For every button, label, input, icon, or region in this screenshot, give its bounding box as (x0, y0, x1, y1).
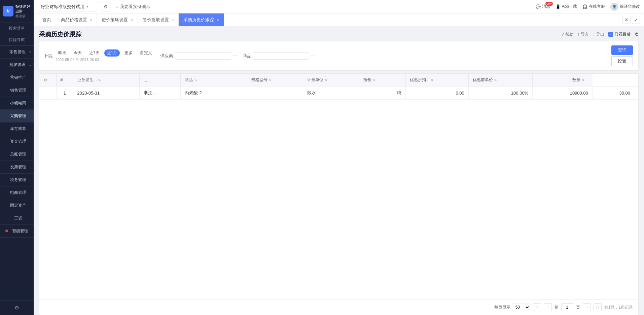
sidebar-item-purchase[interactable]: 采购管理 (0, 110, 34, 123)
demo-link[interactable]: ○ 我要看实例演示 (116, 4, 150, 10)
sidebar-item-tax[interactable]: 税务管理 (0, 174, 34, 186)
page-number-input[interactable] (561, 303, 573, 311)
col-orig-price-label: 优惠前单价 (473, 77, 493, 82)
sidebar-label-ecommerce-small: 小畅电商 (5, 100, 31, 106)
import-button[interactable]: ↑ 导入 (577, 32, 589, 37)
logo-icon: 财 (3, 6, 13, 16)
main-area: 好业财标准版交付试用 ▾ ⚙ ○ 我要看实例演示 💬 消息 99+ 📱 App下… (34, 0, 644, 315)
date-option-more[interactable]: 更多 (122, 49, 135, 57)
sidebar-item-wholesale[interactable]: 批发管理 ▴ (0, 59, 34, 71)
play-icon: ○ (116, 4, 118, 9)
cell-price: 0.00 (406, 86, 468, 100)
tab-sale-price-close[interactable]: × (172, 18, 174, 22)
tab-purchase-history-close[interactable]: × (217, 18, 219, 22)
col-header-discount[interactable]: 优惠折扣... ⇅ (406, 74, 468, 86)
per-page-dropdown[interactable]: 50 100 200 (512, 304, 530, 311)
cell-date: 2023-05-31 (73, 86, 140, 100)
col-header-quantity[interactable]: 数量 ⇅ (533, 74, 593, 86)
messages-button[interactable]: 💬 消息 99+ (536, 4, 550, 9)
col-spec-label: 规格型号 (251, 77, 267, 82)
tab-purchase-history[interactable]: 采购历史价跟踪 × (179, 13, 224, 26)
messages-badge: 99+ (545, 2, 552, 6)
table-container: ⚙ # 业务发生... ⇅ ... 商品 ⇅ (39, 73, 639, 315)
tab-maximize-button[interactable]: ⤢ (632, 16, 640, 24)
col-header-price[interactable]: 报价 ⇅ (359, 74, 406, 86)
filter-settings-button[interactable]: 设置 (611, 56, 633, 66)
chevron-down-icon: ▾ (29, 50, 31, 54)
app-download-label: App下载 (562, 4, 577, 9)
date-option-custom[interactable]: 自定义 (137, 49, 155, 57)
sidebar-item-smart-mgmt[interactable]: 智能管理 (0, 225, 34, 238)
col-header-orig-price[interactable]: 优惠前单价 ⇅ (468, 74, 532, 86)
prev-page-button[interactable]: ＜ (544, 303, 552, 311)
next-page-button[interactable]: ＞ (583, 303, 591, 311)
sort-icon-price: ⇅ (372, 78, 375, 82)
col-header-date[interactable]: 业务发生... ⇅ (73, 74, 140, 86)
sidebar-item-ecommerce-small[interactable]: 小畅电商 (0, 97, 34, 110)
supplier-input[interactable] (175, 52, 231, 60)
sort-icon-unit: ⇅ (325, 78, 327, 82)
help-button[interactable]: ? 帮助 (562, 32, 573, 37)
col-header-spec[interactable]: 规格型号 ⇅ (247, 74, 303, 86)
sidebar-item-general-ledger[interactable]: 总账管理 (0, 148, 34, 161)
first-page-button[interactable]: ⟨⟨ (533, 303, 541, 311)
col-header-goods[interactable]: 商品 ⇅ (181, 74, 247, 86)
online-service-button[interactable]: 🎧 在线客服 (582, 4, 605, 9)
tabbar: 首页 商品价格设置 × 进价策略设置 × 售价提取设置 × 采购历史价跟踪 × … (34, 13, 644, 26)
sidebar-item-finance[interactable]: 资金管理 (0, 135, 34, 148)
sidebar-quick-nav[interactable]: 快捷导航 (0, 34, 34, 46)
goods-more-icon[interactable]: ··· (311, 53, 315, 59)
sidebar-bottom: ⚙ (0, 300, 34, 315)
sidebar-search[interactable]: 搜索菜单 (0, 23, 34, 34)
date-option-last1m[interactable]: 近1月 (104, 49, 120, 57)
goods-input[interactable] (253, 52, 309, 60)
export-button[interactable]: ↓ 导出 (593, 32, 604, 37)
tab-home[interactable]: 首页 (38, 13, 56, 26)
version-selector[interactable]: 好业财标准版交付试用 ▾ (38, 2, 98, 11)
per-page-select: 每页显示 50 100 200 (494, 304, 530, 311)
import-icon: ↑ (577, 32, 579, 37)
date-option-today[interactable]: 今天 (71, 49, 84, 57)
sidebar-item-invoice[interactable]: 发票管理 (0, 161, 34, 174)
sidebar-item-payroll[interactable]: 工资 (0, 212, 34, 225)
query-button[interactable]: 查询 (611, 45, 633, 55)
sidebar-item-sales[interactable]: 销售管理 (0, 84, 34, 97)
supplier-more-icon[interactable]: ··· (232, 53, 237, 59)
sidebar-item-fixed-assets[interactable]: 固定资产 (0, 199, 34, 212)
message-icon: 💬 (536, 4, 541, 9)
sort-icon-date: ⇅ (98, 78, 101, 82)
date-range-text: 2023-05-02 至 2023-06-02 (56, 57, 155, 62)
last-page-button[interactable]: ⟩⟩ (594, 303, 602, 311)
col-header-settings[interactable]: ⚙ (39, 74, 56, 86)
date-option-last7[interactable]: 近7天 (86, 49, 102, 57)
app-download-button[interactable]: 📱 App下载 (556, 4, 577, 9)
col-goods-label: 商品 (185, 77, 193, 82)
page-suffix: 页 (576, 305, 580, 310)
sidebar-item-ecommerce[interactable]: 电商管理 (0, 186, 34, 199)
tab-sale-price[interactable]: 售价提取设置 × (138, 13, 179, 26)
table-scroll[interactable]: ⚙ # 业务发生... ⇅ ... 商品 ⇅ (39, 74, 638, 300)
filter-actions: 查询 设置 (611, 45, 633, 66)
sidebar-item-retail[interactable]: 零售管理 ▾ (0, 46, 34, 59)
user-menu[interactable]: 👤 徐泽华修改 (610, 3, 640, 11)
table-settings-icon[interactable]: ⚙ (43, 78, 47, 82)
sidebar-label-sales: 销售管理 (5, 88, 31, 93)
chevron-down-icon: ▾ (86, 5, 88, 8)
mobile-icon: 📱 (556, 4, 561, 9)
sidebar-settings-icon[interactable]: ⚙ (14, 305, 19, 311)
sidebar-item-marketing[interactable]: 营销推广 (0, 71, 34, 84)
tab-price-settings[interactable]: 商品价格设置 × (56, 13, 97, 26)
user-name: 徐泽华修改 (620, 4, 640, 9)
col-header-unit[interactable]: 计量单位 ⇅ (303, 74, 359, 86)
cell-goods: 丙烯酸-2-... (181, 86, 247, 100)
topbar-settings-button[interactable]: ⚙ (101, 2, 110, 11)
date-option-yesterday[interactable]: 昨天 (56, 49, 69, 57)
tab-purchase-strategy-close[interactable]: × (131, 18, 133, 22)
sidebar-item-inventory[interactable]: 库存核算 (0, 123, 34, 135)
export-icon: ↓ (593, 32, 595, 37)
tab-price-settings-close[interactable]: × (90, 18, 92, 22)
demo-text: 我要看实例演示 (120, 4, 150, 10)
only-last-checkbox[interactable]: ✓ 只看最后一次 (608, 32, 639, 37)
tab-close-window-button[interactable]: ✕ (622, 16, 631, 24)
tab-purchase-strategy[interactable]: 进价策略设置 × (97, 13, 138, 26)
